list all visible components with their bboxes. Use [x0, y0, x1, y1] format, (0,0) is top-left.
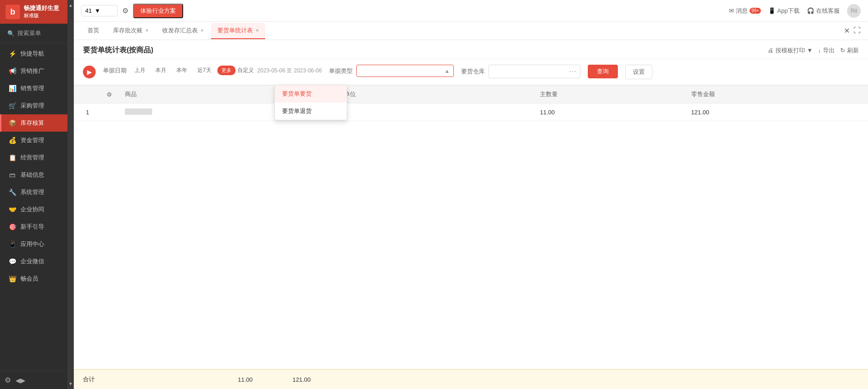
company-selector[interactable]: 41 ▼	[81, 5, 118, 16]
date-option-this-month[interactable]: 本月	[151, 65, 170, 76]
tab-home[interactable]: 首页	[81, 23, 106, 39]
app-download-btn[interactable]: 📱 App下载	[768, 7, 800, 15]
filter-expand-btn[interactable]: ▶	[83, 66, 96, 78]
topbar-left: 41 ▼ ⚙ 体验行业方案	[81, 4, 724, 18]
sidebar-item-wechat[interactable]: 💬 企业微信	[0, 253, 67, 270]
total-row: 合计 11.00 121.00	[74, 369, 868, 389]
total-amount: 121.00	[293, 376, 347, 383]
tab-order-stat[interactable]: 要货单统计表 ×	[211, 23, 265, 39]
sidebar-item-inventory[interactable]: 📦 库存核算	[0, 114, 67, 132]
settings-icon[interactable]: ⚙	[5, 376, 11, 384]
sidebar-item-quick_nav[interactable]: ⚡ 快捷导航	[0, 45, 67, 62]
tab-dispatch-close[interactable]: ×	[200, 27, 204, 34]
sidebar-item-sales[interactable]: 📊 销售管理	[0, 80, 67, 97]
cell-seq: 1	[74, 103, 101, 121]
th-gear[interactable]: ⚙	[101, 86, 119, 103]
th-unit: 主计量单位	[321, 86, 534, 103]
refresh-btn[interactable]: ↻ 刷新	[840, 46, 859, 55]
query-button[interactable]: 查询	[588, 65, 618, 78]
sidebar-scroll[interactable]: ▲ ▼	[67, 0, 74, 389]
sidebar-item-system[interactable]: 🔧 系统管理	[0, 184, 67, 201]
quick-nav-icon: ⚡	[9, 50, 16, 57]
tab-batch-close[interactable]: ×	[145, 27, 149, 34]
date-option-custom[interactable]: 自定义	[237, 67, 254, 74]
type-dropdown-chevron[interactable]: ▲	[441, 68, 453, 74]
sidebar-item-operation[interactable]: 📋 经营管理	[0, 149, 67, 166]
warehouse-input[interactable]	[493, 68, 569, 75]
filter-bar: ▶ 单据日期 上月 本月 本年 近7天 更多 自定义 2023-05-06 至 …	[74, 59, 868, 85]
page-title: 要货单统计表(按商品)	[83, 46, 154, 55]
print-btn[interactable]: 🖨 按模板打印 ▼	[768, 46, 813, 55]
table-header-row: ⚙ 商品 主计量单位 主数量 零售金额	[74, 86, 868, 103]
cell-amount: 121.00	[686, 103, 868, 121]
dropdown-item-order-goods[interactable]: 要货单要货	[275, 85, 347, 102]
sidebar: b 畅捷通好生意 标准版 🔍 搜索菜单 ⚡ 快捷导航 📢 营销推广 📊 销售管理…	[0, 0, 67, 389]
tab-batch[interactable]: 库存批次账 ×	[107, 23, 155, 39]
date-filter-group: 单据日期 上月 本月 本年 近7天 更多 自定义 2023-05-06 至 20…	[103, 65, 322, 76]
sidebar-item-label: 系统管理	[21, 188, 44, 196]
type-input[interactable]	[357, 65, 441, 77]
close-all-btn[interactable]: ✕	[844, 26, 850, 35]
message-icon: ✉	[729, 7, 734, 14]
refresh-icon: ↻	[840, 47, 845, 54]
tab-order-stat-close[interactable]: ×	[256, 27, 259, 34]
export-btn[interactable]: ↓ 导出	[818, 46, 835, 55]
total-label: 合计	[83, 375, 238, 384]
date-option-last-month[interactable]: 上月	[130, 65, 149, 76]
chevron-down-icon: ▼	[94, 7, 100, 14]
sidebar-item-label: 新手引导	[21, 223, 44, 231]
warehouse-more-icon[interactable]: ···	[569, 67, 576, 76]
online-service-btn[interactable]: 🎧 在线客服	[807, 7, 840, 15]
sidebar-item-guide[interactable]: 🎯 新手引导	[0, 218, 67, 235]
enterprise-icon: 🤝	[9, 206, 16, 213]
marketing-icon: 📢	[9, 67, 16, 75]
wechat-icon: 💬	[9, 258, 16, 265]
collapse-icon[interactable]: ◀▶	[15, 377, 26, 384]
sidebar-item-marketing[interactable]: 📢 营销推广	[0, 62, 67, 80]
promo-button[interactable]: 体验行业方案	[133, 4, 183, 18]
tab-batch-label: 库存批次账	[113, 26, 143, 35]
column-settings-icon[interactable]: ⚙	[107, 91, 112, 98]
user-avatar[interactable]: Rit	[847, 4, 861, 18]
sidebar-item-finance[interactable]: 💰 资金管理	[0, 132, 67, 149]
tab-dispatch[interactable]: 收发存汇总表 ×	[156, 23, 210, 39]
messages-btn[interactable]: ✉ 消息 99+	[729, 7, 761, 15]
search-menu-btn[interactable]: 🔍 搜索菜单	[5, 27, 63, 39]
type-filter-label: 单据类型	[329, 67, 353, 75]
sidebar-item-basic[interactable]: 🗃 基础信息	[0, 166, 67, 184]
main-area: 41 ▼ ⚙ 体验行业方案 ✉ 消息 99+ 📱 App下载 🎧 在线客服 Ri…	[74, 0, 868, 389]
scroll-down-arrow[interactable]: ▼	[68, 381, 73, 386]
cell-unit: 块	[321, 103, 534, 121]
messages-count: 99+	[750, 8, 761, 14]
sidebar-item-enterprise[interactable]: 🤝 企业协同	[0, 201, 67, 218]
page-header: 要货单统计表(按商品) 🖨 按模板打印 ▼ ↓ 导出 ↻ 刷新	[74, 40, 868, 59]
scroll-up-arrow[interactable]: ▲	[68, 3, 73, 8]
sidebar-item-label: 资金管理	[21, 136, 44, 144]
date-option-7days[interactable]: 近7天	[193, 65, 216, 76]
data-table: ⚙ 商品 主计量单位 主数量 零售金额 1	[74, 85, 868, 121]
sales-icon: 📊	[9, 85, 16, 92]
type-dropdown: 要货单要货 要货单退货	[274, 85, 347, 120]
sidebar-item-label: 应用中心	[21, 240, 44, 248]
tab-order-stat-label: 要货单统计表	[217, 26, 253, 35]
print-icon: 🖨	[768, 47, 774, 54]
sidebar-item-label: 经营管理	[21, 154, 44, 162]
app-download-label: App下载	[777, 7, 800, 15]
date-range-display: 2023-05-06 至 2023-06-06	[257, 67, 322, 75]
topbar: 41 ▼ ⚙ 体验行业方案 ✉ 消息 99+ 📱 App下载 🎧 在线客服 Ri…	[74, 0, 868, 22]
chevron-down-icon: ▼	[807, 47, 813, 54]
sidebar-item-app-center[interactable]: 📱 应用中心	[0, 235, 67, 253]
sidebar-nav: ⚡ 快捷导航 📢 营销推广 📊 销售管理 🛒 采购管理 📦 库存核算 💰 资金管…	[0, 43, 67, 371]
date-option-more[interactable]: 更多	[217, 66, 236, 75]
sidebar-item-label: 基础信息	[21, 171, 44, 179]
expand-btn[interactable]: ⛶	[853, 26, 861, 35]
settings-gear-icon[interactable]: ⚙	[122, 6, 128, 15]
th-qty: 主数量	[534, 86, 686, 103]
sidebar-item-label: 营销推广	[21, 67, 44, 75]
dropdown-item-order-return[interactable]: 要货单退货	[275, 102, 347, 120]
sidebar-item-member[interactable]: 👑 畅会员	[0, 270, 67, 287]
sidebar-item-purchase[interactable]: 🛒 采购管理	[0, 97, 67, 114]
set-button[interactable]: 设置	[625, 65, 652, 79]
member-icon: 👑	[9, 275, 16, 282]
date-option-this-year[interactable]: 本年	[172, 65, 191, 76]
